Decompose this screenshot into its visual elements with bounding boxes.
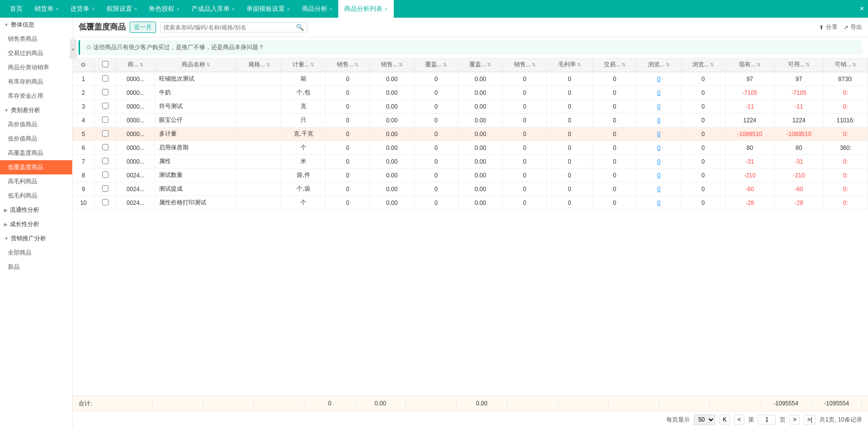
col-settings[interactable]: ⚙ <box>73 57 94 72</box>
col-sales-qty[interactable]: 销售...⇅ <box>326 57 370 72</box>
row-checkbox[interactable] <box>94 86 116 100</box>
col-sales-amt[interactable]: 销售...⇅ <box>370 57 414 72</box>
col-browse2[interactable]: 浏览...⇅ <box>681 57 725 72</box>
row-select-checkbox[interactable] <box>102 75 108 82</box>
search-input[interactable] <box>163 24 294 31</box>
col-gross-margin[interactable]: 毛利率⇅ <box>547 57 593 72</box>
next-page-button[interactable]: > <box>789 415 800 425</box>
time-filter-button[interactable]: 近一月 <box>130 22 156 33</box>
sidebar-section-category[interactable]: ▼ 类别差分析 <box>0 103 72 117</box>
sidebar-collapse-button[interactable]: « <box>70 39 77 59</box>
sidebar-item-high-coverage[interactable]: 高覆盖度商品 <box>0 146 72 160</box>
row-browse1[interactable]: 0 <box>637 169 681 182</box>
share-button[interactable]: ⬆ 分享 <box>819 23 838 31</box>
sidebar-item-traded-products[interactable]: 交易过的商品 <box>0 46 72 60</box>
row-select-checkbox[interactable] <box>102 130 108 137</box>
col-name[interactable]: 商品名称⇅ <box>155 57 237 72</box>
col-coverage1[interactable]: 覆盖...⇅ <box>414 57 458 72</box>
search-icon[interactable]: 🔍 <box>296 24 304 31</box>
nav-tab-sales[interactable]: 销货单 × <box>28 0 64 18</box>
sidebar-item-low-coverage[interactable]: 低覆盖度商品 <box>0 160 72 174</box>
page-number-input[interactable] <box>758 415 776 425</box>
row-browse1[interactable]: 0 <box>637 72 681 86</box>
col-spec[interactable]: 规格...⇅ <box>237 57 281 72</box>
close-icon[interactable]: × <box>232 6 235 12</box>
row-checkbox[interactable] <box>94 169 116 182</box>
close-icon[interactable]: × <box>384 6 387 12</box>
sidebar-section-overall[interactable]: ▼ 整体信息 <box>0 18 72 32</box>
row-checkbox[interactable] <box>94 72 116 86</box>
nav-tab-permission[interactable]: 权限设置 × <box>101 0 143 18</box>
sidebar-section-liquidity[interactable]: ▶ 流通性分析 <box>0 203 72 217</box>
nav-tab-product-in[interactable]: 产成品入库单 × <box>186 0 241 18</box>
sidebar-section-growth[interactable]: ▶ 成长性分析 <box>0 217 72 231</box>
row-browse1[interactable]: 0 <box>637 196 681 210</box>
close-icon[interactable]: × <box>91 6 94 12</box>
row-checkbox[interactable] <box>94 141 116 155</box>
sidebar-item-category-turnover[interactable]: 商品分类动销率 <box>0 60 72 75</box>
nav-tab-product-analysis-list[interactable]: 商品分析列表 × <box>338 0 393 18</box>
nav-tab-role[interactable]: 角色授权 × <box>143 0 185 18</box>
row-checkbox[interactable] <box>94 127 116 141</box>
settings-icon[interactable]: ⚙ <box>81 61 86 68</box>
prev-page-button[interactable]: < <box>734 415 744 425</box>
sidebar-item-sales-products[interactable]: 销售类商品 <box>0 32 72 46</box>
col-sales-extra[interactable]: 销售...⇅ <box>503 57 547 72</box>
row-checkbox[interactable] <box>94 114 116 127</box>
sidebar-item-high-value[interactable]: 高价值商品 <box>0 117 72 132</box>
row-browse1[interactable]: 0 <box>637 127 681 141</box>
per-page-select[interactable]: 50 <box>694 414 715 425</box>
nav-tab-template[interactable]: 单据模板设置 × <box>241 0 296 18</box>
row-browse1[interactable]: 0 <box>637 141 681 155</box>
close-icon[interactable]: × <box>287 6 290 12</box>
sidebar-item-low-value[interactable]: 低价值商品 <box>0 132 72 146</box>
row-browse1[interactable]: 0 <box>637 182 681 196</box>
row-select-checkbox[interactable] <box>102 158 108 164</box>
col-available-stock[interactable]: 可用...⇅ <box>774 57 823 72</box>
row-select-checkbox[interactable] <box>102 103 108 109</box>
col-sellable[interactable]: 可销...⇅ <box>823 57 868 72</box>
sidebar-item-low-margin[interactable]: 低毛利商品 <box>0 189 72 203</box>
close-icon[interactable]: × <box>134 6 137 12</box>
close-icon[interactable]: × <box>176 6 179 12</box>
row-select-checkbox[interactable] <box>102 185 108 192</box>
col-browse1[interactable]: 浏览...⇅ <box>637 57 681 72</box>
row-checkbox[interactable] <box>94 100 116 114</box>
col-transaction[interactable]: 交易...⇅ <box>593 57 637 72</box>
sidebar-item-high-margin[interactable]: 高毛利商品 <box>0 174 72 189</box>
nav-tab-product-analysis[interactable]: 商品分析 × <box>296 0 338 18</box>
row-sales-amt: 0.00 <box>370 100 414 114</box>
nav-tab-purchase[interactable]: 进货单 × <box>64 0 100 18</box>
row-select-checkbox[interactable] <box>102 199 108 205</box>
row-select-checkbox[interactable] <box>102 171 108 178</box>
row-browse1[interactable]: 0 <box>637 155 681 169</box>
row-unit: 箱 <box>281 72 326 86</box>
nav-tab-home[interactable]: 首页 <box>4 0 28 18</box>
row-checkbox[interactable] <box>94 155 116 169</box>
sidebar-item-all-products[interactable]: 全部商品 <box>0 246 72 260</box>
row-code: 0000... <box>116 114 155 127</box>
col-current-stock[interactable]: 现有...⇅ <box>725 57 774 72</box>
select-all-checkbox[interactable] <box>102 61 108 67</box>
sidebar-item-stock-capital[interactable]: 库存资金占用 <box>0 89 72 103</box>
export-button[interactable]: ↗ 导出 <box>843 23 862 31</box>
row-browse1[interactable]: 0 <box>637 100 681 114</box>
col-unit[interactable]: 计量...⇅ <box>281 57 326 72</box>
row-browse1[interactable]: 0 <box>637 114 681 127</box>
close-all-button[interactable]: × <box>860 4 864 13</box>
close-icon[interactable]: × <box>329 6 332 12</box>
row-checkbox[interactable] <box>94 182 116 196</box>
row-select-checkbox[interactable] <box>102 144 108 150</box>
row-checkbox[interactable] <box>94 196 116 210</box>
row-select-checkbox[interactable] <box>102 89 108 95</box>
last-page-button[interactable]: >| <box>804 415 815 425</box>
row-browse1[interactable]: 0 <box>637 86 681 100</box>
close-icon[interactable]: × <box>55 6 58 12</box>
sidebar-section-marketing[interactable]: ▼ 营销推广分析 <box>0 231 72 246</box>
col-coverage2[interactable]: 覆盖...⇅ <box>458 57 502 72</box>
first-page-button[interactable]: K <box>719 415 730 425</box>
sidebar-item-new-products[interactable]: 新品 <box>0 260 72 274</box>
sidebar-item-stocked-products[interactable]: 有库存的商品 <box>0 75 72 89</box>
row-select-checkbox[interactable] <box>102 116 108 123</box>
col-code[interactable]: 商...⇅ <box>116 57 155 72</box>
